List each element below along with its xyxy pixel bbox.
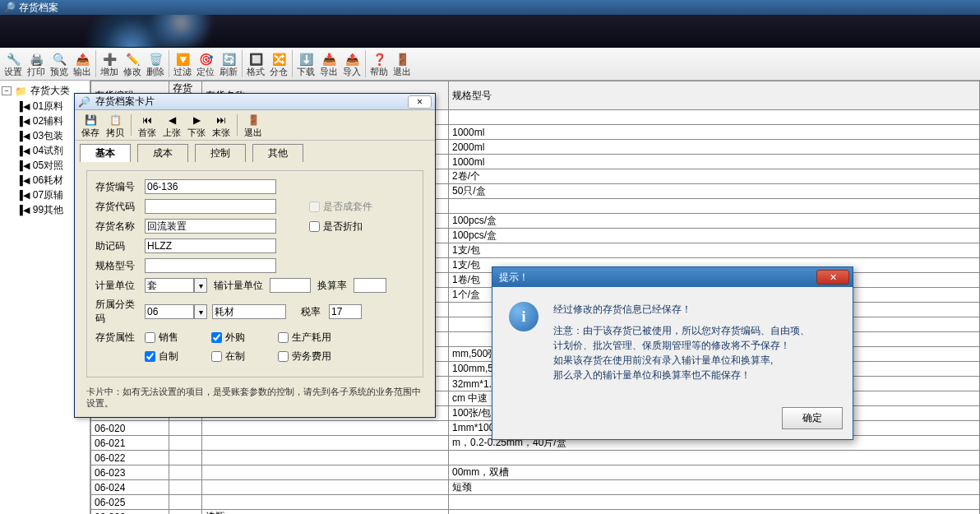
window-titlebar: 🔎 存货档案 (0, 0, 980, 15)
card-toolbar-保存[interactable]: 💾保存 (79, 113, 102, 137)
card-toolbar-icon: ⏭ (213, 113, 229, 127)
code-input[interactable] (145, 179, 276, 194)
tab-基本[interactable]: 基本 (80, 144, 131, 162)
card-titlebar[interactable]: 🔎 存货档案卡片 × (75, 94, 435, 110)
magnify-icon: 🔎 (78, 96, 90, 108)
toolbar-分仓[interactable]: 🔀分仓 (267, 49, 290, 79)
table-row[interactable]: 06-025 (91, 495, 980, 510)
collapse-icon[interactable]: − (2, 86, 12, 95)
labor-checkbox[interactable] (278, 351, 289, 362)
tree-leaf-icon: ▐◀ (16, 175, 30, 186)
unit-input[interactable] (145, 278, 194, 293)
cat-input[interactable] (145, 304, 194, 319)
tree-root-label: 存货大类 (30, 84, 70, 98)
unit-lookup-button[interactable]: ▾ (194, 278, 207, 293)
tab-成本[interactable]: 成本 (137, 144, 188, 162)
tab-其他[interactable]: 其他 (252, 144, 303, 162)
cell: 2卷/个 (449, 169, 980, 184)
toolbar-设置[interactable]: 🔧设置 (2, 49, 25, 79)
card-close-button[interactable]: × (408, 95, 432, 109)
toolbar-label: 导出 (320, 67, 338, 76)
sale-checkbox[interactable] (145, 332, 155, 343)
self-checkbox[interactable] (145, 351, 155, 362)
toolbar-输出[interactable]: 📤输出 (71, 49, 94, 79)
rate-input[interactable] (354, 278, 386, 293)
name-input[interactable] (145, 219, 276, 234)
toolbar-退出[interactable]: 🚪退出 (391, 49, 414, 79)
tree-item-label: 07原辅 (33, 188, 63, 202)
toolbar-下载[interactable]: ⬇️下载 (294, 49, 317, 79)
tab-控制[interactable]: 控制 (195, 144, 246, 162)
tree-item-label: 03包装 (33, 129, 63, 143)
table-row[interactable]: 06-026洗瓶 (91, 510, 980, 515)
discount-checkbox[interactable] (309, 221, 320, 232)
toolbar-label: 设置 (4, 67, 22, 76)
cell: 06-026 (91, 510, 169, 515)
toolbar-打印[interactable]: 🖨️打印 (25, 49, 48, 79)
card-title: 存货档案卡片 (95, 95, 408, 109)
tree-item-label: 99其他 (33, 203, 63, 217)
card-toolbar-label: 上张 (163, 127, 181, 137)
toolbar-label: 导入 (343, 67, 361, 76)
toolbar-icon: 🔀 (270, 52, 287, 67)
toolbar-label: 下载 (297, 67, 315, 76)
toolbar-定位[interactable]: 🎯定位 (194, 49, 217, 79)
cell (169, 495, 202, 510)
toolbar-增加[interactable]: ➕增加 (98, 49, 121, 79)
cat-text-input[interactable] (212, 304, 286, 319)
tax-input[interactable] (329, 304, 362, 319)
cell (169, 421, 202, 436)
alias-input[interactable] (145, 199, 276, 214)
toolbar-label: 删除 (146, 67, 164, 76)
tree-leaf-icon: ▐◀ (16, 190, 30, 201)
name-label: 存货名称 (95, 220, 141, 234)
toolbar-修改[interactable]: ✏️修改 (121, 49, 144, 79)
toolbar-过滤[interactable]: 🔽过滤 (171, 49, 194, 79)
card-toolbar-上张[interactable]: ◀上张 (160, 113, 183, 137)
toolbar-导入[interactable]: 📤导入 (340, 49, 363, 79)
cell (449, 199, 980, 214)
alert-dialog: 提示！ ✕ i 经过修改的存货信息已经保存！ 注意：由于该存货已被使用，所以您对… (492, 266, 853, 440)
toolbar-格式[interactable]: 🔲格式 (244, 49, 267, 79)
mnemonic-input[interactable] (145, 238, 276, 253)
tax-label: 税率 (301, 305, 326, 319)
card-toolbar-退出[interactable]: 🚪退出 (242, 113, 265, 137)
table-row[interactable]: 06-02300mm，双槽 (91, 465, 980, 480)
card-toolbar-首张[interactable]: ⏮首张 (136, 113, 159, 137)
table-row[interactable]: 06-022 (91, 451, 980, 465)
window-title: 存货档案 (19, 1, 58, 15)
cat-lookup-button[interactable]: ▾ (194, 304, 207, 319)
alias-label: 存货代码 (95, 200, 141, 214)
table-row[interactable]: 06-024短颈 (91, 480, 980, 495)
toolbar-导出[interactable]: 📥导出 (317, 49, 340, 79)
toolbar-刷新[interactable]: 🔄刷新 (217, 49, 240, 79)
card-toolbar-label: 退出 (244, 127, 262, 137)
card-toolbar-icon: ◀ (164, 113, 180, 127)
kit-checkbox (309, 201, 320, 212)
tree-leaf-icon: ▐◀ (16, 131, 30, 141)
aux-unit-input[interactable] (270, 278, 311, 293)
card-toolbar-icon: 🚪 (245, 113, 261, 127)
wip-checkbox[interactable] (211, 351, 222, 362)
purchase-checkbox[interactable] (211, 332, 222, 343)
toolbar-删除[interactable]: 🗑️删除 (144, 49, 167, 79)
card-toolbar-icon: 📋 (107, 113, 123, 127)
spec-input[interactable] (145, 258, 276, 273)
alert-message: 经过修改的存货信息已经保存！ 注意：由于该存货已被使用，所以您对存货编码、自由项… (553, 302, 836, 389)
col-header[interactable]: 规格型号 (449, 81, 980, 110)
card-toolbar-拷贝[interactable]: 📋拷贝 (104, 113, 127, 137)
consume-checkbox[interactable] (278, 332, 289, 343)
alert-titlebar[interactable]: 提示！ ✕ (492, 267, 853, 287)
cell: 06-023 (91, 465, 169, 480)
toolbar-icon: ❓ (371, 52, 387, 67)
alert-ok-button[interactable]: 确定 (782, 407, 843, 429)
card-toolbar-下张[interactable]: ▶下张 (185, 113, 208, 137)
consume-label: 生产耗用 (292, 331, 331, 345)
alert-close-button[interactable]: ✕ (816, 270, 849, 285)
code-label: 存货编号 (95, 180, 141, 194)
toolbar-预览[interactable]: 🔍预览 (48, 49, 71, 79)
cell: 06-020 (91, 421, 169, 436)
tree-item-label: 01原料 (33, 100, 63, 113)
toolbar-帮助[interactable]: ❓帮助 (368, 49, 391, 79)
card-toolbar-末张[interactable]: ⏭末张 (210, 113, 233, 137)
